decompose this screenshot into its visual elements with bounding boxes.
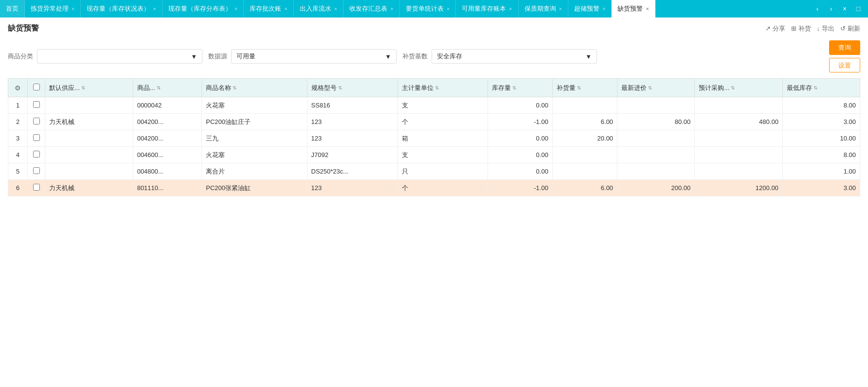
spec-sort-icon: ⇅ (338, 85, 342, 90)
data-table: ⚙ 默认供应... ⇅ 商品... ⇅ (8, 78, 860, 196)
col-estimated-purchase[interactable]: 预计采购... ⇅ (695, 79, 783, 97)
query-button[interactable]: 查询 (829, 40, 860, 55)
datasource-select[interactable]: 可用量 ▼ (231, 49, 397, 64)
nav-tab-picking[interactable]: 拣货异常处理 × (25, 0, 81, 18)
replenish-base-select[interactable]: 安全库存 ▼ (432, 49, 597, 64)
row-stock-5: 0.00 (488, 163, 552, 180)
nav-tab-available[interactable]: 可用量库存账本 × (456, 0, 518, 18)
refresh-button[interactable]: ↺ 刷新 (840, 24, 860, 33)
col-spec[interactable]: 规格型号 ⇅ (307, 79, 398, 97)
table-row: 3 004200... 三九 123 箱 0.00 20.00 10.00 (8, 130, 860, 147)
refresh-icon: ↺ (840, 25, 846, 32)
row-select-1[interactable] (33, 101, 40, 108)
col-replenish[interactable]: 补货量 ⇅ (552, 79, 617, 97)
close-batch-tab[interactable]: × (284, 6, 287, 12)
nav-tab-overstock[interactable]: 超储预警 × (568, 0, 612, 18)
nav-tab-home[interactable]: 首页 (0, 0, 25, 18)
row-select-5[interactable] (33, 167, 40, 174)
row-replenish-5 (552, 163, 617, 180)
row-min-stock-1: 8.00 (782, 97, 860, 114)
row-latest-price-5 (617, 163, 695, 180)
page-title: 缺货预警 (8, 23, 39, 34)
col-min-stock[interactable]: 最低库存 ⇅ (782, 79, 860, 97)
replenish-base-value: 安全库存 (437, 52, 462, 61)
row-latest-price-4 (617, 147, 695, 163)
close-current-stock-tab[interactable]: × (153, 6, 156, 12)
settings-button[interactable]: 设置 (829, 58, 860, 72)
col-latest-price[interactable]: 最新进价 ⇅ (617, 79, 695, 97)
row-min-stock-5: 1.00 (782, 163, 860, 180)
row-stock-3: 0.00 (488, 130, 552, 147)
replenish-base-filter-group: 补货基数 安全库存 ▼ (402, 49, 597, 64)
replenish-button[interactable]: ⊞ 补货 (791, 24, 811, 33)
row-select-2[interactable] (33, 118, 40, 124)
row-num-1: 1 (8, 97, 28, 114)
row-select-4[interactable] (33, 151, 40, 158)
table-body: 1 0000042 火花塞 SS816 支 0.00 8.00 2 力天机械 0… (8, 97, 860, 196)
settings-gear-icon[interactable]: ⚙ (15, 84, 21, 92)
close-available-tab[interactable]: × (509, 6, 512, 12)
page-content: 缺货预警 ↗ 分享 ⊞ 补货 ↓ 导出 ↺ 刷新 商品分类 (0, 18, 868, 387)
row-supplier-3 (45, 130, 133, 147)
close-summary-tab[interactable]: × (390, 6, 393, 12)
close-order-stats-tab[interactable]: × (447, 6, 450, 12)
nav-tab-summary[interactable]: 收发存汇总表 × (344, 0, 399, 18)
nav-tab-flow[interactable]: 出入库流水 × (294, 0, 344, 18)
col-product-name[interactable]: 商品名称 ⇅ (202, 79, 307, 97)
row-checkbox-4[interactable] (28, 147, 45, 163)
col-checkbox (28, 79, 45, 97)
export-button[interactable]: ↓ 导出 (817, 24, 835, 33)
close-flow-tab[interactable]: × (334, 6, 337, 12)
close-picking-tab[interactable]: × (72, 6, 74, 12)
close-stock-dist-tab[interactable]: × (235, 6, 237, 12)
col-unit[interactable]: 主计量单位 ⇅ (398, 79, 488, 97)
col-product-code[interactable]: 商品... ⇅ (133, 79, 202, 97)
nav-tab-expiry[interactable]: 保质期查询 × (519, 0, 568, 18)
row-spec-4: J7092 (307, 147, 398, 163)
category-arrow-icon: ▼ (191, 53, 197, 60)
row-checkbox-2[interactable] (28, 114, 45, 130)
category-filter-group: 商品分类 ▼ (8, 49, 202, 64)
row-estimated-purchase-3 (695, 130, 783, 147)
datasource-value: 可用量 (236, 52, 255, 61)
row-spec-3: 123 (307, 130, 398, 147)
nav-tab-current-stock[interactable]: 现存量（库存状况表） × (81, 0, 162, 18)
row-num-4: 4 (8, 147, 28, 163)
nav-close-btn[interactable]: × (839, 3, 850, 15)
row-product-name-2: PC200油缸庄子 (202, 114, 307, 130)
replenish-icon: ⊞ (791, 25, 796, 32)
nav-maximize-btn[interactable]: □ (852, 3, 864, 15)
row-select-3[interactable] (33, 134, 40, 141)
nav-tab-batch[interactable]: 库存批次账 × (244, 0, 293, 18)
table-row: 4 004600... 火花塞 J7092 支 0.00 8.00 (8, 147, 860, 163)
row-checkbox-5[interactable] (28, 163, 45, 180)
row-checkbox-6[interactable] (28, 180, 45, 196)
nav-next-btn[interactable]: › (825, 3, 837, 15)
row-checkbox-1[interactable] (28, 97, 45, 114)
row-select-6[interactable] (33, 184, 40, 191)
close-overstock-tab[interactable]: × (602, 6, 605, 12)
row-unit-1: 支 (398, 97, 488, 114)
latest-price-sort-icon: ⇅ (648, 85, 652, 90)
col-supplier[interactable]: 默认供应... ⇅ (45, 79, 133, 97)
nav-tab-stock-dist[interactable]: 现存量（库存分布表） × (163, 0, 244, 18)
nav-tab-order-stats[interactable]: 要货单统计表 × (400, 0, 456, 18)
row-checkbox-3[interactable] (28, 130, 45, 147)
col-stock[interactable]: 库存量 ⇅ (488, 79, 552, 97)
row-replenish-3: 20.00 (552, 130, 617, 147)
row-product-name-4: 火花塞 (202, 147, 307, 163)
row-stock-2: -1.00 (488, 114, 552, 130)
row-spec-2: 123 (307, 114, 398, 130)
nav-tab-shortage[interactable]: 缺货预警 × (612, 0, 655, 18)
row-estimated-purchase-6: 1200.00 (695, 180, 783, 196)
nav-prev-btn[interactable]: ‹ (812, 3, 823, 15)
share-button[interactable]: ↗ 分享 (765, 24, 785, 33)
category-select[interactable]: ▼ (37, 49, 202, 64)
close-shortage-tab[interactable]: × (646, 6, 649, 12)
estimated-purchase-sort-icon: ⇅ (731, 85, 735, 90)
col-settings[interactable]: ⚙ (8, 79, 28, 97)
row-latest-price-3 (617, 130, 695, 147)
select-all-checkbox[interactable] (33, 84, 40, 90)
min-stock-sort-icon: ⇅ (814, 85, 817, 90)
close-expiry-tab[interactable]: × (559, 6, 562, 12)
